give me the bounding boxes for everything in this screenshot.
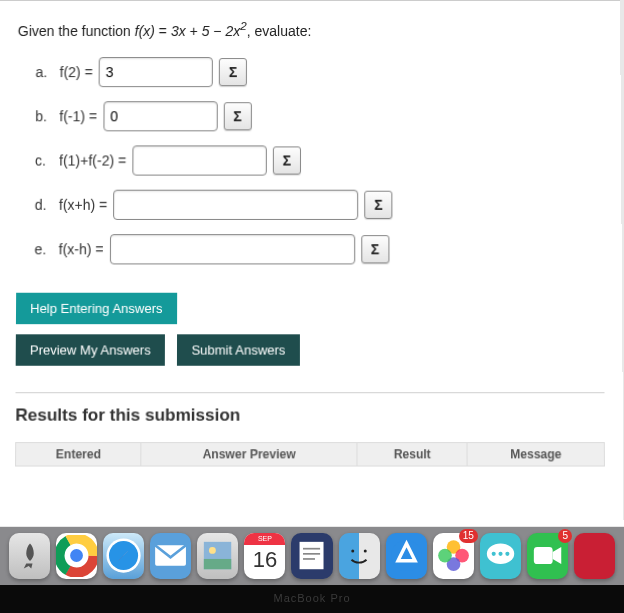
svg-point-25 [498,552,502,556]
svg-point-22 [438,549,452,563]
svg-point-26 [505,552,509,556]
question-prompt: Given the function f(x) = 3x + 5 − 2x2, … [18,19,602,39]
sigma-button-d[interactable]: Σ [364,190,392,218]
question-row-a: a. f(2) = Σ [17,57,602,87]
col-message: Message [467,442,604,465]
prompt-suffix: , evaluate: [247,23,312,39]
text-c: f(1)+f(-2) = [59,152,126,168]
submit-answers-button[interactable]: Submit Answers [177,334,299,365]
launchpad-icon[interactable] [9,533,50,579]
appstore-icon[interactable] [386,533,427,579]
safari-icon[interactable] [103,533,144,579]
prompt-eq: = [155,23,171,39]
mail-icon[interactable] [150,533,191,579]
svg-point-24 [491,552,495,556]
sigma-button-b[interactable]: Σ [223,102,251,130]
prompt-func-lhs: f(x) [135,23,155,39]
col-result: Result [357,442,467,465]
text-d: f(x+h) = [59,196,108,212]
divider [15,392,604,393]
calendar-month: SEP [244,533,285,545]
photos-badge: 15 [459,529,478,543]
answer-input-e[interactable] [110,234,355,264]
svg-rect-27 [534,547,553,564]
text-b: f(-1) = [59,108,97,124]
sigma-button-c[interactable]: Σ [273,146,301,174]
messages-icon[interactable] [480,533,521,579]
results-table: Entered Answer Preview Result Message [15,442,605,466]
col-answer-preview: Answer Preview [141,442,357,465]
facetime-icon[interactable]: 5 [527,533,568,579]
col-entered: Entered [16,442,142,465]
textedit-icon[interactable] [291,533,332,579]
question-row-e: e. f(x-h) = Σ [16,234,603,264]
sigma-button-e[interactable]: Σ [361,235,389,263]
text-a: f(2) = [60,64,93,80]
button-row: Help Entering Answers Preview My Answers… [16,292,605,375]
label-b: b. [35,108,55,124]
svg-point-7 [109,541,138,570]
calendar-icon[interactable]: SEP 16 [244,533,285,579]
help-entering-answers-button[interactable]: Help Entering Answers [16,292,177,323]
photos-icon[interactable]: 15 [433,533,474,579]
answer-input-d[interactable] [113,189,358,219]
results-header-row: Entered Answer Preview Result Message [16,442,605,465]
question-row-c: c. f(1)+f(-2) = Σ [17,145,603,175]
prompt-func-rhs: 3x + 5 − 2x [171,23,240,39]
preview-icon[interactable] [197,533,238,579]
prompt-prefix: Given the function [18,23,135,39]
calendar-day: 16 [253,547,277,573]
question-row-d: d. f(x+h) = Σ [17,189,604,219]
sigma-button-a[interactable]: Σ [219,58,247,86]
svg-rect-10 [204,559,231,569]
dock-app-icon[interactable] [574,533,615,579]
facetime-badge: 5 [558,529,572,543]
results-heading: Results for this submission [15,405,604,425]
question-row-b: b. f(-1) = Σ [17,101,603,131]
macbook-bezel: MacBook Pro [0,585,624,613]
finder-icon[interactable] [339,533,380,579]
macos-dock: SEP 16 15 5 [0,527,624,585]
svg-point-16 [351,550,354,553]
text-e: f(x-h) = [59,241,104,257]
answer-input-a[interactable] [99,57,213,87]
answer-input-c[interactable] [132,145,267,175]
label-e: e. [34,241,54,257]
webwork-page: Given the function f(x) = 3x + 5 − 2x2, … [0,0,624,526]
svg-point-17 [364,550,367,553]
answer-input-b[interactable] [103,101,217,131]
svg-point-11 [209,547,216,554]
label-c: c. [35,152,55,168]
label-d: d. [35,196,55,212]
svg-rect-12 [300,542,324,569]
label-a: a. [36,64,56,80]
chrome-icon[interactable] [56,533,97,579]
preview-my-answers-button[interactable]: Preview My Answers [16,334,165,365]
